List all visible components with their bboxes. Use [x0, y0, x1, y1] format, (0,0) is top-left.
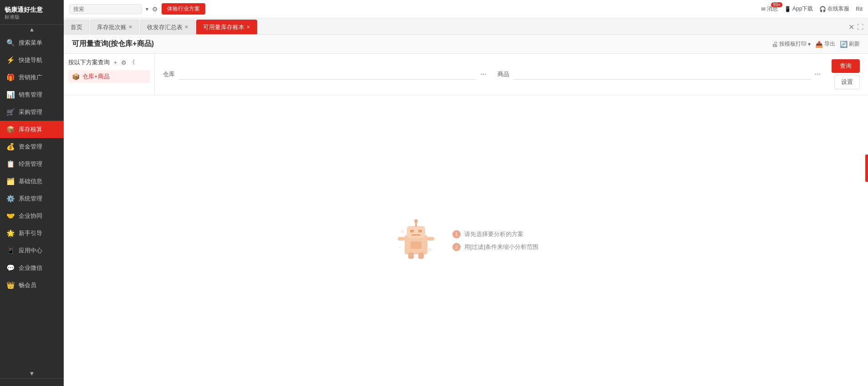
nav-label-marketing: 营销推广 — [19, 73, 42, 82]
online-service-btn[interactable]: 🎧 在线客服 — [819, 5, 849, 13]
sidebar-item-wechat[interactable]: 💬企业微信 — [0, 259, 64, 277]
tab-close-batch-account[interactable]: ✕ — [128, 24, 132, 30]
print-btn[interactable]: 🖨 按模板打印 ▾ — [772, 40, 811, 48]
page-area: 可用量查询(按仓库+商品) 🖨 按模板打印 ▾ 📤 导出 🔄 刷新 — [64, 35, 868, 386]
app-version: 标准版 — [5, 14, 59, 21]
setting-btn[interactable]: 设置 — [834, 75, 860, 89]
svg-point-14 — [399, 247, 401, 248]
sidebar-scroll-down[interactable]: ▼ — [0, 369, 64, 378]
expand-btn[interactable]: ⛶ — [857, 23, 863, 31]
sidebar-item-quick-nav[interactable]: ⚡快捷导航 — [0, 51, 64, 69]
main-content: ▾ ⚙ 体验行业方案 ✉ 消息 99+ 📱 App下载 🎧 在线客服 Rit — [64, 0, 868, 386]
sidebar-item-guide[interactable]: 🌟新手引导 — [0, 225, 64, 242]
tab-collect-summary[interactable]: 收发存汇总表✕ — [140, 20, 195, 34]
tab-label-collect-summary: 收发存汇总表 — [147, 23, 183, 31]
topbar: ▾ ⚙ 体验行业方案 ✉ 消息 99+ 📱 App下载 🎧 在线客服 Rit — [64, 0, 868, 18]
filter-sidebar-label: 按以下方案查询 — [68, 58, 110, 67]
nav-label-inventory: 库存核算 — [19, 125, 42, 134]
export-icon: 📤 — [815, 41, 823, 48]
app-name: 畅康通好生意 — [5, 5, 59, 14]
page-title: 可用量查询(按仓库+商品) — [72, 39, 154, 49]
nav-label-search: 搜索菜单 — [19, 39, 42, 47]
sidebar-item-app-center[interactable]: 📱应用中心 — [0, 242, 64, 259]
sidebar-item-operation[interactable]: 📋经营管理 — [0, 155, 64, 173]
tab-available-ledger[interactable]: 可用量库存账本✕ — [196, 20, 257, 34]
message-btn[interactable]: ✉ 消息 99+ — [761, 5, 778, 13]
nav-label-vip: 畅会员 — [19, 281, 36, 289]
filter-option-warehouse-goods[interactable]: 📦 仓库+商品 — [68, 70, 150, 83]
sidebar-item-sales[interactable]: 📊销售管理 — [0, 86, 64, 103]
filter-sidebar: 按以下方案查询 ＋ ⚙ 《 📦 仓库+商品 — [64, 54, 155, 95]
topbar-right: ✉ 消息 99+ 📱 App下载 🎧 在线客服 Rit — [761, 5, 863, 13]
empty-state: 1 请先选择要分析的方案 2 用[过滤]条件来缩小分析范围 — [64, 95, 868, 386]
gear-btn[interactable]: ⚙ — [152, 5, 158, 13]
sidebar-item-finance[interactable]: 💰资金管理 — [0, 138, 64, 155]
sidebar-item-enterprise[interactable]: 🤝企业协同 — [0, 207, 64, 225]
warehouse-input[interactable] — [178, 69, 477, 80]
nav-label-system: 系统管理 — [19, 195, 42, 203]
sidebar: 畅康通好生意 标准版 ▲ 🔍搜索菜单⚡快捷导航🎁营销推广📊销售管理🛒采购管理📦库… — [0, 0, 64, 386]
sidebar-item-inventory[interactable]: 📦库存核算 — [0, 121, 64, 138]
user-menu[interactable]: Rit — [856, 6, 863, 12]
industry-btn[interactable]: 体验行业方案 — [162, 3, 205, 15]
empty-tip-1: 1 请先选择要分析的方案 — [452, 230, 538, 238]
nav-icon-inventory: 📦 — [6, 125, 15, 134]
goods-more-btn[interactable]: ··· — [815, 70, 821, 78]
warehouse-filter-group: 仓库 ··· — [163, 69, 487, 80]
sidebar-nav: 🔍搜索菜单⚡快捷导航🎁营销推广📊销售管理🛒采购管理📦库存核算💰资金管理📋经营管理… — [0, 34, 64, 369]
nav-label-purchase: 采购管理 — [19, 108, 42, 116]
message-badge: 99+ — [771, 2, 782, 7]
sidebar-scroll-up[interactable]: ▲ — [0, 25, 64, 34]
svg-point-12 — [401, 230, 404, 233]
export-btn[interactable]: 📤 导出 — [815, 40, 835, 48]
dropdown-btn[interactable]: ▾ — [146, 6, 148, 12]
nav-label-app-center: 应用中心 — [19, 247, 42, 255]
svg-rect-5 — [398, 237, 405, 241]
svg-rect-7 — [408, 252, 414, 259]
nav-icon-quick-nav: ⚡ — [6, 56, 15, 64]
svg-rect-9 — [411, 242, 421, 249]
tab-close-collect-summary[interactable]: ✕ — [184, 24, 188, 30]
sidebar-item-marketing[interactable]: 🎁营销推广 — [0, 69, 64, 86]
close-tab-btn[interactable]: ✕ — [848, 23, 854, 31]
sidebar-item-vip[interactable]: 👑畅会员 — [0, 277, 64, 294]
nav-label-enterprise: 企业协同 — [19, 212, 42, 220]
sidebar-item-search[interactable]: 🔍搜索菜单 — [0, 34, 64, 51]
empty-illustration — [393, 218, 439, 263]
tabs-bar: 首页库存批次账✕收发存汇总表✕可用量库存账本✕ ✕ ⛶ — [64, 18, 868, 35]
right-hint-bar — [865, 154, 868, 182]
app-download-btn[interactable]: 📱 App下载 — [784, 5, 813, 13]
goods-input[interactable] — [513, 69, 811, 80]
nav-icon-search: 🔍 — [6, 39, 15, 47]
warehouse-more-btn[interactable]: ··· — [480, 70, 486, 78]
svg-point-13 — [428, 248, 431, 252]
refresh-btn[interactable]: 🔄 刷新 — [840, 40, 860, 48]
nav-icon-finance: 💰 — [6, 143, 15, 151]
box-icon: 📦 — [72, 73, 80, 80]
print-dropdown-icon: ▾ — [808, 41, 811, 47]
nav-icon-guide: 🌟 — [6, 229, 15, 237]
nav-label-sales: 销售管理 — [19, 91, 42, 99]
collapse-filter-btn[interactable]: 《 — [129, 58, 135, 67]
svg-point-11 — [414, 219, 418, 223]
tip-num-1: 1 — [452, 230, 461, 238]
tab-label-available-ledger: 可用量库存账本 — [203, 23, 244, 31]
headset-icon: 🎧 — [819, 6, 826, 12]
add-filter-btn[interactable]: ＋ — [112, 58, 118, 67]
tip-text-1: 请先选择要分析的方案 — [464, 230, 523, 238]
svg-rect-4 — [411, 234, 421, 236]
filter-option-label: 仓库+商品 — [82, 72, 110, 81]
svg-rect-3 — [418, 230, 422, 232]
sidebar-item-basic[interactable]: 🗂️基础信息 — [0, 173, 64, 190]
filter-settings-btn[interactable]: ⚙ — [121, 59, 127, 66]
tab-close-available-ledger[interactable]: ✕ — [246, 24, 250, 30]
nav-label-finance: 资金管理 — [19, 143, 42, 151]
sidebar-item-purchase[interactable]: 🛒采购管理 — [0, 103, 64, 121]
tabs-end: ✕ ⛶ — [258, 20, 868, 34]
nav-label-quick-nav: 快捷导航 — [19, 56, 42, 64]
sidebar-item-system[interactable]: ⚙️系统管理 — [0, 190, 64, 207]
search-input[interactable] — [69, 4, 142, 14]
tab-batch-account[interactable]: 库存批次账✕ — [90, 20, 139, 34]
tab-home[interactable]: 首页 — [64, 20, 89, 34]
query-btn[interactable]: 查询 — [832, 59, 860, 73]
